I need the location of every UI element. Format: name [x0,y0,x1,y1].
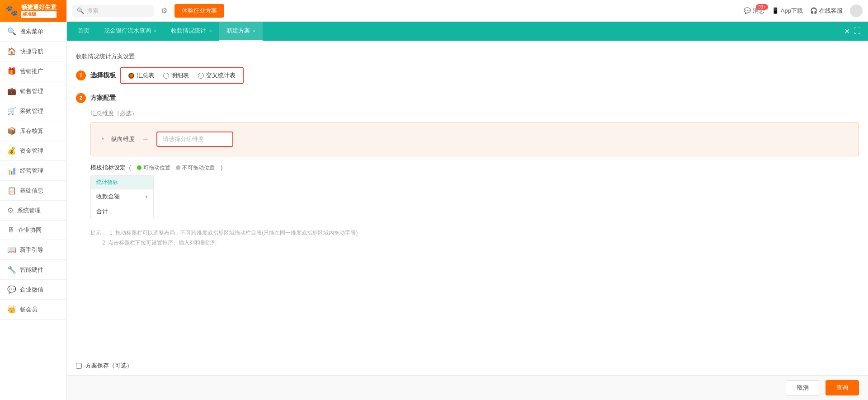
step1-title: 选择模板 [90,71,116,80]
industry-btn[interactable]: 体验行业方案 [175,4,224,18]
sidebar-item-search[interactable]: 🔍搜索菜单 [0,22,66,42]
sidebar-item-label: 基础信息 [20,187,43,195]
tab-home[interactable]: 首页 [71,22,97,41]
sidebar-logo: 🐾 畅捷通好生意 标准版 [0,0,66,22]
sidebar-item-label: 企业协同 [18,226,42,234]
sidebar-management-icon: 📊 [7,166,16,175]
tab-receipt-stats-close[interactable]: × [209,28,212,33]
sidebar-item-label: 经营管理 [20,167,43,175]
user-avatar[interactable] [850,5,863,17]
notification-btn[interactable]: 💬 消息 99+ [744,7,764,15]
notification-badge: 99+ [756,4,768,10]
sidebar-item-label: 企业微信 [20,286,43,294]
tabbar-right-actions: ✕ ⛶ [844,22,864,41]
metrics-section: 模板指标设定（ 可拖动位置 不可拖动位置 ） [90,164,859,219]
sidebar-item-label: 采购管理 [20,107,43,115]
sidebar-item-member[interactable]: 👑畅会员 [0,300,66,320]
logo-icon: 🐾 [5,5,18,17]
step2-header: 2 方案配置 [76,93,859,103]
vertical-dimension-row: * 纵向维度 → 请选择分组维度 [102,132,848,147]
sidebar-item-label: 搜索菜单 [20,28,43,36]
sidebar-sales-icon: 💼 [7,87,16,95]
cancel-button[interactable]: 取消 [786,380,820,395]
sidebar-wechat-icon: 💬 [7,285,16,294]
online-service-btn[interactable]: 🎧 在线客服 [810,7,843,15]
sidebar-item-label: 智能硬件 [20,266,43,274]
step2-title: 方案配置 [90,94,116,102]
template-detail-radio[interactable] [163,73,169,79]
sidebar-item-sales[interactable]: 💼销售管理 [0,81,66,101]
sidebar-logo-badge: 标准版 [21,11,57,18]
app-download-btn[interactable]: 📱 App下载 [772,7,803,15]
page-breadcrumb: 收款情况统计方案设置 [76,48,859,67]
service-icon: 🎧 [810,7,817,14]
template-select-box: 汇总表 明细表 交叉统计表 [120,67,244,84]
tab-bank-flow[interactable]: 现金银行流水查询 × [97,22,164,41]
content-area: 收款情况统计方案设置 1 选择模板 汇总表 明细表 [67,41,868,400]
metrics-label: 模板指标设定（ 可拖动位置 不可拖动位置 ） [90,164,859,172]
search-box[interactable]: 🔍 搜索 [72,5,154,17]
template-summary-radio[interactable] [128,73,134,79]
sidebar-item-basic[interactable]: 📋基础信息 [0,181,66,201]
template-detail-label: 明细表 [171,71,189,80]
sidebar-item-marketing[interactable]: 🎁营销推广 [0,61,66,81]
sidebar-item-management[interactable]: 📊经营管理 [0,161,66,181]
template-cross-option[interactable]: 交叉统计表 [198,71,236,80]
sidebar-member-icon: 👑 [7,305,16,314]
template-detail-option[interactable]: 明细表 [163,71,189,80]
tabbar: 首页 现金银行流水查询 × 收款情况统计 × 新建方案 × ✕ ⛶ [67,22,868,41]
tab-new-plan-close[interactable]: × [253,28,255,33]
movable-tag: 可拖动位置 [137,164,170,172]
sidebar-item-label: 系统管理 [17,207,41,215]
tab-bank-flow-close[interactable]: × [154,28,156,33]
sidebar-menu: 🔍搜索菜单🏠快捷导航🎁营销推广💼销售管理🛒采购管理📦库存核算💰资金管理📊经营管理… [0,22,66,400]
template-summary-option[interactable]: 汇总表 [128,71,154,80]
step1-section: 1 选择模板 汇总表 明细表 交叉统计表 [76,67,859,84]
sidebar-item-inventory[interactable]: 📦库存核算 [0,121,66,141]
settings-icon[interactable]: ⚙ [161,6,167,15]
tip-line-1: 提示： 1. 拖动标题栏可以调整布局，不可跨维度或指标区域拖动栏目段(只能在同一… [90,228,859,238]
tab-receipt-stats[interactable]: 收款情况统计 × [164,22,219,41]
sidebar-enterprise-icon: 🖥 [7,226,14,234]
tab-maximize-btn[interactable]: ⛶ [854,27,861,35]
sidebar-hardware-icon: 🔧 [7,265,16,274]
search-icon: 🔍 [77,7,84,14]
save-label[interactable]: 方案保存（可选） [85,362,132,370]
sidebar-newbie-icon: 📖 [7,245,16,254]
sidebar-item-wechat[interactable]: 💬企业微信 [0,280,66,300]
sidebar-item-purchase[interactable]: 🛒采购管理 [0,101,66,121]
dimension-config-label: 汇总维度（必选） [90,109,859,118]
sidebar-item-hardware[interactable]: 🔧智能硬件 [0,260,66,280]
template-cross-radio[interactable] [198,73,204,79]
sidebar-purchase-icon: 🛒 [7,107,16,115]
sidebar-item-label: 畅会员 [20,306,38,314]
sidebar-basic-icon: 📋 [7,186,16,195]
tab-close-all-btn[interactable]: ✕ [844,27,850,36]
metric-amount-label: 收款金额 [96,193,120,201]
vertical-dimension-label: 纵向维度 [111,135,135,143]
metric-amount-chevron[interactable]: ▾ [145,193,148,200]
dimension-selector[interactable]: 请选择分组维度 [156,132,233,147]
sidebar-item-enterprise[interactable]: 🖥企业协同 [0,221,66,240]
topbar: 🔍 搜索 ⚙ 体验行业方案 💬 消息 99+ 📱 App下载 🎧 在线客服 [67,0,868,22]
save-checkbox[interactable] [76,363,82,369]
sidebar-item-newbie[interactable]: 📖新手引导 [0,240,66,260]
tab-new-plan[interactable]: 新建方案 × [219,22,263,41]
sidebar-item-label: 销售管理 [20,87,43,95]
sidebar-item-quick-nav[interactable]: 🏠快捷导航 [0,42,66,61]
dimension-area: * 纵向维度 → 请选择分组维度 [90,122,859,156]
page-body: 收款情况统计方案设置 1 选择模板 汇总表 明细表 [67,41,868,356]
tab-receipt-stats-label: 收款情况统计 [171,27,206,35]
sidebar-finance-icon: 💰 [7,146,16,155]
step1-badge: 1 [76,71,86,80]
sidebar: 🐾 畅捷通好生意 标准版 🔍搜索菜单🏠快捷导航🎁营销推广💼销售管理🛒采购管理📦库… [0,0,67,400]
sidebar-item-finance[interactable]: 💰资金管理 [0,141,66,161]
topbar-right: 💬 消息 99+ 📱 App下载 🎧 在线客服 [744,5,863,17]
metric-total-label: 合计 [96,207,108,216]
unmovable-tag: 不可拖动位置 [176,164,215,172]
footer-bar: 取消 查询 [67,375,868,400]
sidebar-item-system[interactable]: ⚙系统管理 [0,201,66,221]
sidebar-quick-nav-icon: 🏠 [7,47,16,56]
message-icon: 💬 [744,7,751,14]
query-button[interactable]: 查询 [826,380,859,395]
